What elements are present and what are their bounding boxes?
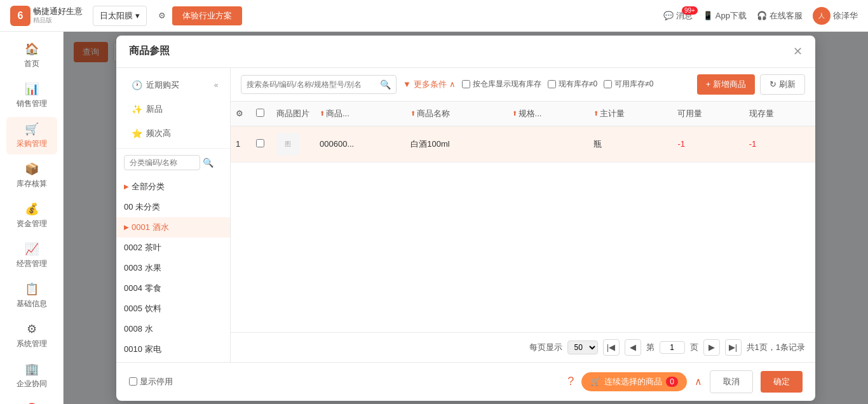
cat-item-0004[interactable]: 0004 零食 [116, 278, 230, 299]
check-nonzero-inventory[interactable]: 现有库存≠0 [548, 79, 597, 90]
experience-btn[interactable]: 体验行业方案 [172, 6, 242, 25]
left-panel: 🕐 近期购买 « ✨ 新品 ⭐ 频次高 [116, 68, 231, 362]
toolbar-right: + 新增商品 ↻ 刷新 [697, 74, 805, 95]
cat-item-0003[interactable]: 0003 水果 [116, 258, 230, 278]
product-table: ⚙ 商品图片 [231, 102, 815, 163]
quick-new[interactable]: ✨ 新品 [124, 100, 222, 119]
sidebar-label-enterprise: 企业协同 [17, 379, 47, 389]
category-list: ▶ 全部分类 00 未分类 ▶ 0001 酒水 0002 茶 [116, 174, 230, 362]
sort-icon: ⬆ [320, 110, 325, 117]
show-disabled-label[interactable]: 显示停用 [129, 376, 173, 387]
cancel-btn[interactable]: 取消 [710, 370, 753, 393]
sidebar-item-sales[interactable]: 📊 销售管理 [6, 77, 57, 114]
quick-frequent[interactable]: ⭐ 频次高 [124, 124, 222, 143]
row-available: -1 [672, 126, 743, 162]
settings-icon[interactable]: ⚙ [152, 6, 172, 26]
gear-icon[interactable]: ⚙ [236, 109, 243, 118]
table-toolbar: 🔍 ▼ 更多条件 ∧ 按仓库显示现有库存 [231, 68, 815, 102]
sidebar-item-home[interactable]: 🏠 首页 [6, 37, 57, 74]
sidebar-item-operations[interactable]: 📈 经营管理 [6, 237, 57, 274]
modal-title: 商品参照 [129, 44, 170, 58]
check-show-inventory[interactable]: 按仓库显示现有库存 [462, 79, 541, 90]
cat-item-0001[interactable]: ▶ 0001 酒水 [116, 217, 230, 238]
per-page-select[interactable]: 50 [567, 340, 598, 354]
add-product-btn[interactable]: + 新增商品 [697, 74, 755, 95]
sidebar-label-basic-info: 基础信息 [17, 299, 47, 309]
modal-overlay: 商品参照 ✕ 🕐 近期购买 « [64, 32, 868, 404]
confirm-btn[interactable]: 确定 [761, 371, 803, 393]
cat-item-0005[interactable]: 0005 饮料 [116, 299, 230, 319]
sidebar-item-finance[interactable]: 💰 资金管理 [6, 197, 57, 234]
purchase-icon: 🛒 [25, 122, 39, 136]
product-search-input[interactable] [241, 80, 375, 89]
select-all-checkbox[interactable] [256, 109, 264, 117]
sidebar-item-enterprise[interactable]: 🏢 企业协同 [6, 357, 57, 394]
refresh-btn[interactable]: ↻ 刷新 [760, 74, 805, 95]
quick-recent[interactable]: 🕐 近期购买 [124, 76, 187, 95]
chevron-down-icon: ▾ [135, 11, 140, 20]
cat-item-0002[interactable]: 0002 茶叶 [116, 238, 230, 258]
filter-btn[interactable]: ▼ 更多条件 ∧ [403, 79, 456, 90]
cart-btn[interactable]: 🛒 连续选择的商品 0 [581, 372, 687, 391]
cat-item-0010[interactable]: 0010 家电 [116, 339, 230, 360]
sort-icon4: ⬆ [593, 110, 599, 117]
checkbox-nonzero-inventory[interactable] [548, 80, 556, 88]
sidebar-label-operations: 经营管理 [17, 259, 47, 269]
cat-item-0008[interactable]: 0008 水 [116, 319, 230, 339]
brand-name: 畅捷通好生意 [33, 6, 83, 17]
th-gear: ⚙ [231, 102, 251, 126]
checkbox-available-nonzero[interactable] [604, 80, 612, 88]
main-content: 查询 设置 刷新 商品参照 ✕ [64, 32, 868, 404]
show-disabled-checkbox[interactable] [129, 377, 137, 386]
system-icon: ⚙ [27, 322, 37, 336]
sidebar: 🏠 首页 📊 销售管理 🛒 采购管理 📦 库存核算 💰 资金管理 📈 经营管理 … [0, 32, 64, 404]
cat-arrow-all: ▶ [124, 183, 129, 190]
prev-page-btn[interactable]: ◀ [625, 339, 641, 356]
left-panel-header: 🕐 近期购买 « ✨ 新品 ⭐ 频次高 [116, 68, 230, 145]
sidebar-item-inventory[interactable]: 📦 库存核算 [6, 157, 57, 194]
clock-icon: 🕐 [132, 80, 142, 90]
row-unit: 瓶 [588, 126, 673, 162]
product-image: 图 [276, 133, 299, 156]
category-search-input[interactable] [124, 155, 200, 170]
message-item[interactable]: 💬 消息 99+ [663, 10, 693, 22]
star-icon: ⭐ [132, 128, 142, 138]
th-stock: 现存量 [744, 102, 815, 126]
page-input[interactable] [660, 341, 685, 354]
cat-item-00[interactable]: 00 未分类 [116, 197, 230, 217]
brand-icon: 6 [10, 6, 31, 26]
th-checkbox [251, 102, 271, 126]
checkbox-show-inventory[interactable] [462, 80, 470, 88]
refresh-label: 刷新 [779, 79, 796, 90]
last-page-btn[interactable]: ▶| [725, 339, 742, 356]
nav-selector[interactable]: 日太阳膜 ▾ [93, 6, 147, 26]
modal-footer: 显示停用 ? 🛒 连续选择的商品 0 ∧ 取消 确定 [116, 362, 815, 401]
online-service-item[interactable]: 🎧 在线客服 [757, 10, 803, 22]
modal-close-button[interactable]: ✕ [793, 44, 803, 58]
cart-count: 0 [666, 377, 678, 387]
chevron-up-icon: ∧ [449, 79, 456, 89]
check-available-nonzero[interactable]: 可用库存≠0 [604, 79, 653, 90]
selector-label: 日太阳膜 [100, 10, 133, 22]
sidebar-item-purchase[interactable]: 🛒 采购管理 [6, 117, 57, 154]
next-page-btn[interactable]: ▶ [703, 339, 720, 356]
top-nav: 6 畅捷通好生意 精品版 日太阳膜 ▾ ⚙ 体验行业方案 💬 消息 99+ 📱 … [0, 0, 868, 32]
sidebar-item-system[interactable]: ⚙ 系统管理 [6, 317, 57, 354]
collapse-left-btn[interactable]: « [210, 79, 222, 91]
message-badge: 99+ [682, 6, 698, 15]
help-icon[interactable]: ? [567, 375, 574, 388]
product-search-btn[interactable]: 🔍 [375, 79, 396, 90]
first-page-btn[interactable]: |◀ [603, 339, 620, 356]
cart-icon: 🛒 [590, 377, 600, 386]
row-spec [507, 126, 588, 162]
mobile-icon: 📱 [703, 11, 713, 20]
cat-item-all[interactable]: ▶ 全部分类 [116, 177, 230, 197]
collapse-cart-icon[interactable]: ∧ [695, 375, 702, 387]
sidebar-item-guide[interactable]: 🎯 新手引导 [6, 397, 57, 404]
row-checkbox[interactable] [256, 139, 264, 147]
app-download-item[interactable]: 📱 App下载 [703, 10, 747, 22]
table-row[interactable]: 1 图 [231, 126, 815, 162]
sidebar-item-basic-info[interactable]: 📋 基础信息 [6, 277, 57, 314]
category-search-icon[interactable]: 🔍 [203, 158, 214, 168]
user-item[interactable]: 人 徐泽华 [813, 7, 858, 25]
